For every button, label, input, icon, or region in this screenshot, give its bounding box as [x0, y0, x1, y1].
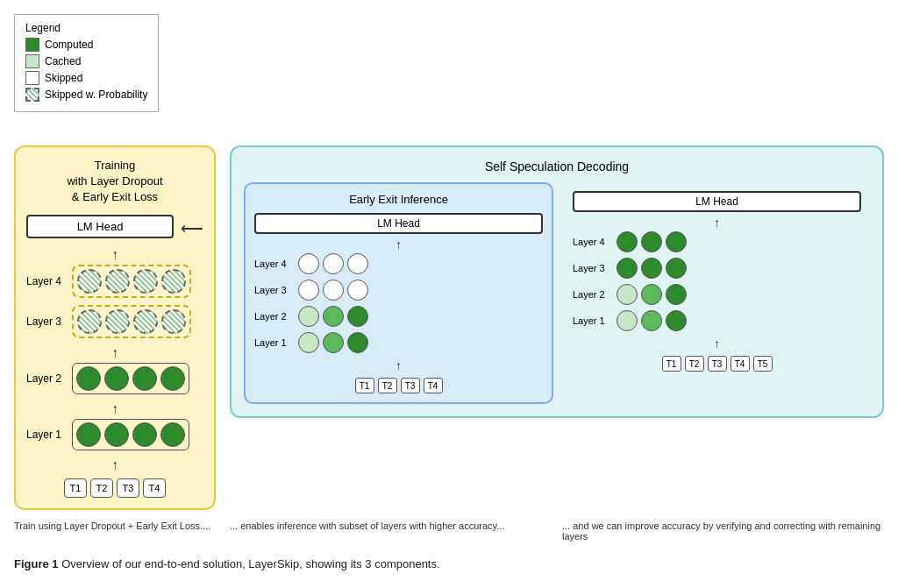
- circle: [641, 231, 662, 252]
- legend-item-computed: Computed: [25, 38, 147, 52]
- circle: [160, 422, 185, 447]
- arrow-up-4: ↑: [26, 457, 203, 473]
- figure-label: Figure 1: [14, 557, 59, 570]
- ver-layer-1-circles: [616, 310, 687, 331]
- circle: [666, 231, 687, 252]
- feedback-arrow: ⟵: [181, 219, 203, 238]
- ee-layer-1-circles: [298, 332, 368, 353]
- ver-tokens: T1 T2 T3 T4 T5: [573, 356, 861, 372]
- layer-3-circles: [72, 305, 191, 338]
- ver-layer-1-label: Layer 1: [573, 315, 611, 326]
- circle: [347, 280, 368, 301]
- ver-arrow: ↑: [573, 216, 861, 230]
- skipped-prob-icon: [25, 88, 39, 102]
- circle: [105, 309, 130, 334]
- circle: [666, 284, 687, 305]
- circle: [347, 253, 368, 274]
- ver-token-t5: T5: [753, 356, 773, 372]
- ee-layer-4: Layer 4: [254, 253, 543, 274]
- circle: [161, 309, 186, 334]
- verification-lm-head: LM Head: [573, 191, 861, 212]
- caption-middle: ... enables inference with subset of lay…: [230, 521, 552, 542]
- circle: [616, 258, 638, 279]
- ver-arrow-bottom: ↑: [573, 337, 861, 351]
- ver-layer-3-circles: [616, 258, 687, 279]
- layer-2-circles: [72, 363, 189, 394]
- ee-arrow: ↑: [254, 237, 543, 251]
- layer-2-label: Layer 2: [26, 372, 68, 385]
- ee-layer-3: Layer 3: [254, 280, 543, 301]
- circle: [616, 231, 638, 252]
- circle: [298, 332, 319, 353]
- arrow-up-3: ↑: [26, 401, 203, 417]
- layer-3-label: Layer 3: [26, 315, 68, 328]
- token-t2: T2: [90, 478, 113, 498]
- circle: [133, 309, 158, 334]
- training-layer-1: Layer 1: [26, 419, 203, 450]
- ver-token-t2: T2: [685, 356, 704, 372]
- skipped-icon: [25, 71, 39, 85]
- circle: [298, 280, 319, 301]
- cached-icon: [25, 54, 39, 68]
- token-t4: T4: [143, 478, 166, 498]
- ee-token-t3: T3: [401, 378, 420, 393]
- computed-icon: [25, 38, 39, 52]
- circle: [161, 269, 186, 294]
- ver-layer-2-label: Layer 2: [573, 289, 611, 300]
- circle: [323, 332, 344, 353]
- ee-arrow-bottom: ↑: [254, 358, 543, 372]
- ee-token-t1: T1: [355, 378, 374, 393]
- legend: Legend Computed Cached Skipped Skipped w…: [14, 14, 159, 112]
- arrow-up-2: ↑: [26, 345, 203, 361]
- circle: [666, 310, 687, 331]
- ee-layer-1: Layer 1: [254, 332, 543, 353]
- training-box: Trainingwith Layer Dropout& Early Exit L…: [14, 145, 216, 510]
- ee-layer-3-circles: [298, 280, 368, 301]
- layer-4-label: Layer 4: [26, 275, 68, 287]
- circle: [347, 332, 368, 353]
- circle: [132, 366, 157, 391]
- ee-token-t2: T2: [378, 378, 397, 393]
- main-container: Trainingwith Layer Dropout& Early Exit L…: [14, 145, 884, 510]
- circle: [641, 258, 662, 279]
- ver-token-t3: T3: [708, 356, 727, 372]
- circle: [77, 269, 102, 294]
- circle: [347, 306, 368, 327]
- layer-1-circles: [72, 419, 189, 450]
- computed-label: Computed: [45, 39, 93, 51]
- ver-layer-1: Layer 1: [573, 310, 861, 331]
- legend-item-skipped: Skipped: [25, 71, 147, 85]
- figure-text: Overview of our end-to-end solution, Lay…: [61, 557, 439, 570]
- arrow-up-1: ↑: [26, 247, 203, 263]
- circle: [132, 422, 157, 447]
- circle: [641, 284, 662, 305]
- circle: [666, 258, 687, 279]
- ee-layer-1-label: Layer 1: [254, 337, 293, 348]
- figure-caption: Figure 1 Overview of our end-to-end solu…: [14, 557, 884, 570]
- ssd-inner: Early Exit Inference LM Head ↑ Layer 4 L…: [244, 182, 870, 404]
- ee-layer-4-circles: [298, 253, 368, 274]
- circle: [77, 309, 102, 334]
- circle: [298, 253, 319, 274]
- circle: [104, 422, 129, 447]
- token-t3: T3: [117, 478, 139, 498]
- ssd-box: Self Speculation Decoding Early Exit Inf…: [230, 145, 884, 418]
- ee-tokens: T1 T2 T3 T4: [254, 378, 543, 393]
- early-exit-title: Early Exit Inference: [254, 193, 543, 206]
- circle: [641, 310, 662, 331]
- circle: [298, 306, 319, 327]
- ver-layer-2-circles: [616, 284, 687, 305]
- training-layer-2: Layer 2: [26, 363, 203, 394]
- legend-item-skipped-prob: Skipped w. Probability: [25, 88, 147, 102]
- circle: [160, 366, 185, 391]
- circle: [104, 366, 129, 391]
- ee-layer-2-circles: [298, 306, 368, 327]
- captions: Train using Layer Dropout + Early Exit L…: [14, 521, 884, 542]
- training-layer-3: Layer 3: [26, 305, 203, 338]
- training-lm-head: LM Head: [26, 215, 174, 238]
- circle: [323, 253, 344, 274]
- circle: [616, 284, 638, 305]
- training-tokens: T1 T2 T3 T4: [26, 478, 203, 498]
- ver-token-t1: T1: [662, 356, 681, 372]
- ee-layer-2-label: Layer 2: [254, 311, 293, 322]
